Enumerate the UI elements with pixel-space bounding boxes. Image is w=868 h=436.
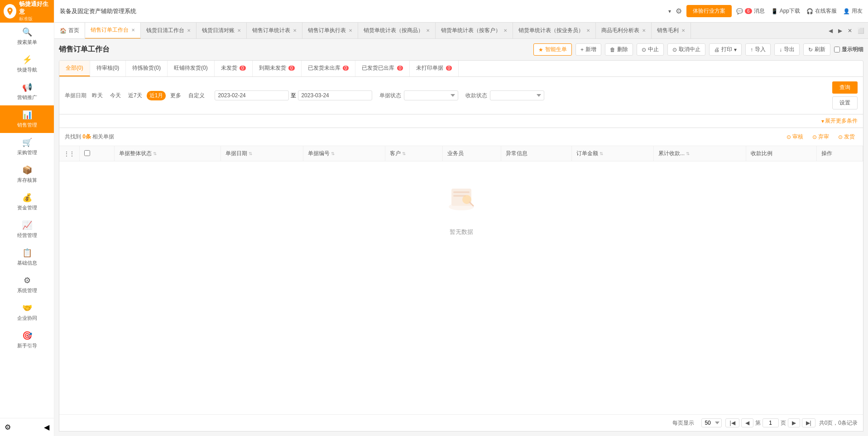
tab-close-icon[interactable]: ✕: [349, 28, 352, 33]
import-button[interactable]: ↑ 导入: [745, 43, 771, 56]
tab-close-icon[interactable]: ✕: [131, 28, 135, 33]
tab-close-icon[interactable]: ✕: [586, 28, 590, 33]
last-page-button[interactable]: ▶|: [802, 418, 815, 427]
filter-tab-label: 待审核(0): [96, 65, 120, 71]
message-button[interactable]: 💬 6 消息: [736, 7, 765, 15]
tab-sales-person[interactable]: 销货单统计表（按业务员） ✕: [513, 23, 596, 39]
filter-tab-pending-review[interactable]: 待审核(0): [90, 61, 126, 76]
filter-tab-shipped-not-out[interactable]: 已发货未出库 0: [302, 61, 356, 76]
user-menu[interactable]: 👤 用友: [843, 7, 863, 15]
today-button[interactable]: 今天: [107, 91, 124, 100]
filter-tab-pending-inspect[interactable]: 待拣验货(0): [126, 61, 168, 76]
th-collected[interactable]: 累计收款...⇅: [653, 146, 746, 161]
print-button[interactable]: 🖨 打印 ▾: [709, 43, 742, 56]
sidebar-item-system[interactable]: ⚙ 系统管理: [0, 271, 54, 299]
filter-tab-shipped-out[interactable]: 已发货已出库 0: [355, 61, 410, 76]
tab-close-icon[interactable]: ✕: [237, 28, 241, 33]
page-number-input[interactable]: [762, 418, 779, 427]
settings-icon[interactable]: ⚙: [5, 423, 11, 431]
tab-close-icon[interactable]: ✕: [426, 28, 430, 33]
tab-sales-customer[interactable]: 销货单统计表（按客户） ✕: [436, 23, 513, 39]
expand-button[interactable]: ▾ 展开更多条件: [821, 117, 858, 125]
sidebar-item-inventory[interactable]: 📦 库存核算: [0, 161, 54, 188]
tab-sales-product[interactable]: 销货单统计表（按商品） ✕: [358, 23, 436, 39]
sidebar-item-basic[interactable]: 📋 基础信息: [0, 243, 54, 271]
deliver-button[interactable]: ⊙ 发货: [835, 132, 858, 142]
tab-close-icon[interactable]: ✕: [642, 28, 646, 33]
sidebar-item-collab[interactable]: 🤝 企业协同: [0, 299, 54, 326]
sidebar-item-search[interactable]: 🔍 搜索菜单: [0, 23, 54, 50]
th-number[interactable]: 单据编号⇅: [303, 146, 385, 161]
date-from-input[interactable]: [215, 90, 289, 100]
page-size-select[interactable]: 50 20 100 200: [701, 418, 722, 427]
review-button[interactable]: ⊙ 审核: [784, 132, 806, 142]
industry-solution-button[interactable]: 体验行业方案: [686, 5, 732, 17]
more-button[interactable]: 更多: [168, 91, 184, 100]
th-operation: 操作: [817, 146, 863, 161]
tab-sales-order[interactable]: 销售订单工作台 ✕: [85, 23, 141, 39]
status-select[interactable]: [404, 90, 458, 100]
setting-button[interactable]: 设置: [832, 96, 858, 109]
tab-nav-prev[interactable]: ◀: [827, 27, 834, 35]
filter-tab-wangpu[interactable]: 旺铺待发货(0): [168, 61, 215, 76]
stop-button[interactable]: ⊙ 中止: [637, 43, 664, 56]
payment-select[interactable]: [490, 90, 544, 100]
sidebar-item-guide[interactable]: 🎯 新手引导: [0, 326, 54, 354]
prev-page-button[interactable]: ◀: [741, 418, 753, 427]
tab-reconciliation[interactable]: 钱货日清对账 ✕: [197, 23, 247, 39]
tab-gross-product[interactable]: 商品毛利分析表 ✕: [596, 23, 652, 39]
sidebar-item-sales[interactable]: 📊 销售管理: [0, 105, 54, 133]
custom-button[interactable]: 自定义: [186, 91, 207, 100]
online-service-button[interactable]: 🎧 在线客服: [806, 7, 837, 15]
th-date[interactable]: 单据日期⇅: [221, 146, 303, 161]
add-button[interactable]: + 新增: [575, 43, 601, 56]
tab-home[interactable]: 🏠 首页: [54, 23, 85, 39]
date-to-input[interactable]: [298, 90, 372, 100]
export-button[interactable]: ↓ 导出: [774, 43, 800, 56]
tab-nav-next[interactable]: ▶: [836, 27, 844, 35]
th-status[interactable]: 单据整体状态⇅: [114, 146, 221, 161]
query-button[interactable]: 查询: [832, 81, 858, 94]
uncheck-button[interactable]: ⊙ 弃审: [810, 132, 832, 142]
tab-gross-sales[interactable]: 销售毛利 ✕: [652, 23, 691, 39]
tab-sales-exec[interactable]: 销售订单执行表 ✕: [302, 23, 358, 39]
sidebar-item-purchase[interactable]: 🛒 采购管理: [0, 133, 54, 161]
filter-tab-overdue[interactable]: 到期未发货 0: [253, 61, 302, 76]
7days-button[interactable]: 近7天: [125, 91, 145, 100]
settings-icon[interactable]: ⚙: [676, 7, 682, 15]
tab-sales-stats[interactable]: 销售订单统计表 ✕: [247, 23, 302, 39]
first-page-button[interactable]: |◀: [725, 418, 739, 427]
th-anomaly: 异常信息: [501, 146, 571, 161]
sidebar-item-nav[interactable]: ⚡ 快捷导航: [0, 50, 54, 78]
month-button[interactable]: 近1月: [147, 91, 166, 100]
sidebar-item-management[interactable]: 📈 经营管理: [0, 216, 54, 243]
topbar-dropdown-arrow[interactable]: ▾: [668, 8, 671, 14]
deliver-label: 发货: [844, 133, 855, 141]
show-detail-checkbox[interactable]: 显示明细: [834, 46, 863, 53]
tab-close-icon[interactable]: ✕: [293, 28, 297, 33]
tab-maximize[interactable]: ⬜: [856, 27, 866, 35]
next-page-button[interactable]: ▶: [788, 418, 800, 427]
smart-create-button[interactable]: ★ 智能生单: [533, 43, 572, 56]
th-customer[interactable]: 客户⇅: [385, 146, 442, 161]
filter-tab-unprinted[interactable]: 未打印单据 0: [410, 61, 459, 76]
refresh-button[interactable]: ↻ 刷新: [803, 43, 830, 56]
filter-tab-unshipped[interactable]: 未发货 0: [215, 61, 253, 76]
collapse-icon[interactable]: ◀: [44, 423, 49, 431]
sidebar-item-marketing[interactable]: 📢 营销推广: [0, 78, 54, 105]
app-download-button[interactable]: 📱 App下载: [771, 7, 800, 15]
th-amount[interactable]: 订单金额⇅: [571, 146, 653, 161]
tab-cash-daily[interactable]: 钱货日清工作台 ✕: [141, 23, 197, 39]
tab-close-icon[interactable]: ✕: [504, 28, 507, 33]
sidebar-item-finance[interactable]: 💰 资金管理: [0, 188, 54, 216]
show-detail-input[interactable]: [834, 47, 840, 52]
tab-close-all[interactable]: ✕: [846, 27, 854, 35]
select-all-checkbox[interactable]: [84, 150, 90, 156]
cancel-stop-button[interactable]: ⊙ 取消中止: [667, 43, 705, 56]
yesterday-button[interactable]: 昨天: [89, 91, 106, 100]
box-icon: 📦: [22, 165, 32, 175]
tab-close-icon[interactable]: ✕: [681, 28, 685, 33]
delete-button[interactable]: 🗑 删除: [605, 43, 633, 56]
filter-tab-all[interactable]: 全部(0): [59, 61, 90, 76]
tab-close-icon[interactable]: ✕: [187, 28, 191, 33]
